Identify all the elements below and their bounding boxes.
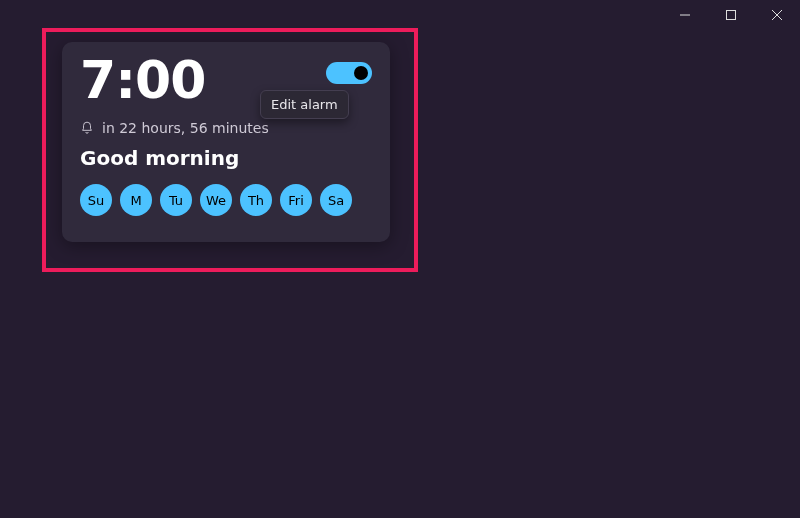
countdown-text: in 22 hours, 56 minutes <box>102 120 269 136</box>
minimize-icon <box>680 10 690 20</box>
close-icon <box>772 10 782 20</box>
day-chip-sa[interactable]: Sa <box>320 184 352 216</box>
day-chip-th[interactable]: Th <box>240 184 272 216</box>
day-chip-fr[interactable]: Fri <box>280 184 312 216</box>
alarm-card[interactable]: 7:00 in 22 hours, 56 minutes Good mornin… <box>62 42 390 242</box>
svg-rect-1 <box>727 11 736 20</box>
countdown-row: in 22 hours, 56 minutes <box>80 120 372 136</box>
maximize-button[interactable] <box>708 0 754 30</box>
day-chip-we[interactable]: We <box>200 184 232 216</box>
alarm-time: 7:00 <box>80 54 205 106</box>
minimize-button[interactable] <box>662 0 708 30</box>
close-button[interactable] <box>754 0 800 30</box>
days-row: Su M Tu We Th Fri Sa <box>80 184 372 216</box>
alarm-name: Good morning <box>80 146 372 170</box>
window-controls <box>662 0 800 30</box>
alarm-toggle[interactable] <box>326 62 372 84</box>
day-chip-tu[interactable]: Tu <box>160 184 192 216</box>
maximize-icon <box>726 10 736 20</box>
day-chip-m[interactable]: M <box>120 184 152 216</box>
tooltip-edit-alarm: Edit alarm <box>260 90 349 119</box>
day-chip-su[interactable]: Su <box>80 184 112 216</box>
toggle-knob <box>354 66 368 80</box>
bell-icon <box>80 121 94 135</box>
